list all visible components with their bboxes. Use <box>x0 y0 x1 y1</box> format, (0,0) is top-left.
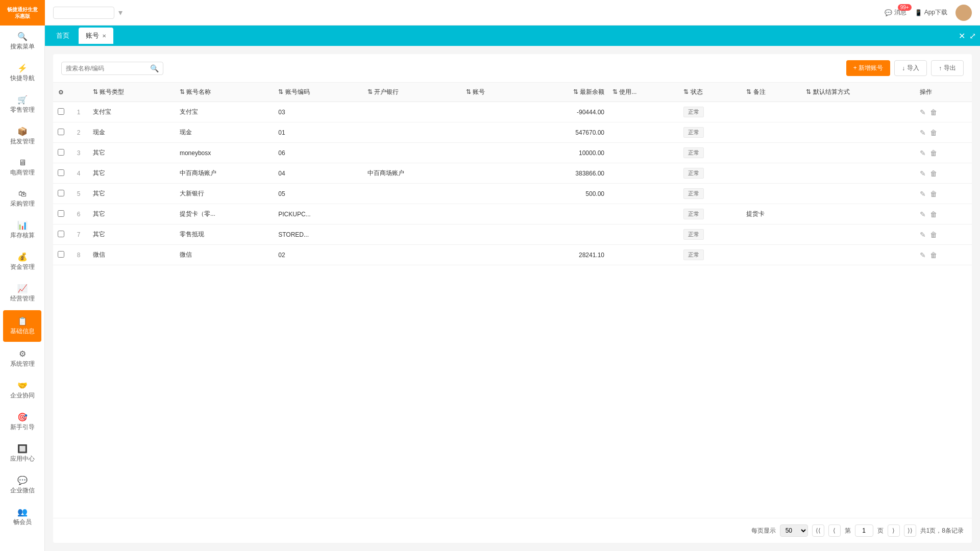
row-balance: 383866.00 <box>522 163 608 184</box>
inventory-icon: 📊 <box>3 220 42 230</box>
table-row: 5 其它 大新银行 05 500.00 正常 ✎ 🗑 <box>53 184 972 204</box>
row-checkbox[interactable] <box>53 224 68 245</box>
sidebar-item-ecommerce[interactable]: 🖥 电商管理 <box>0 152 44 183</box>
sidebar-item-app-center[interactable]: 🔲 应用中心 <box>0 438 44 469</box>
page-number-input[interactable] <box>855 524 873 537</box>
col-balance-header[interactable]: ⇅ 最新余额 <box>522 83 608 102</box>
sidebar-item-new-guide[interactable]: 🎯 新手引导 <box>0 406 44 438</box>
sidebar-item-retail-manage[interactable]: 🛒 零售管理 <box>0 89 44 120</box>
sidebar-item-enterprise-collab[interactable]: 🤝 企业协同 <box>0 374 44 406</box>
col-type-header[interactable]: ⇅ 账号类型 <box>89 83 176 102</box>
business-icon: 📈 <box>3 284 42 293</box>
sidebar-item-wholesale-manage[interactable]: 📦 批发管理 <box>0 120 44 152</box>
row-bank <box>363 245 462 265</box>
row-settle <box>802 224 916 245</box>
row-checkbox[interactable] <box>53 184 68 204</box>
row-code: PICKUPC... <box>274 204 363 224</box>
col-settings[interactable]: ⚙ <box>53 83 68 102</box>
delete-icon[interactable]: 🗑 <box>930 251 937 259</box>
delete-icon[interactable]: 🗑 <box>930 210 937 218</box>
row-account <box>462 224 522 245</box>
edit-icon[interactable]: ✎ <box>920 231 926 239</box>
edit-icon[interactable]: ✎ <box>920 169 926 178</box>
col-bank-header[interactable]: ⇅ 开户银行 <box>363 83 462 102</box>
user-avatar[interactable] <box>955 5 972 21</box>
edit-icon[interactable]: ✎ <box>920 129 926 137</box>
first-page-button[interactable]: ⟨⟨ <box>812 524 824 537</box>
basic-info-icon: 📋 <box>6 316 39 326</box>
dropdown-icon[interactable]: ▾ <box>118 8 122 17</box>
col-status-header[interactable]: ⇅ 状态 <box>679 83 742 102</box>
total-label: 共1页，8条记录 <box>920 527 964 535</box>
edit-icon[interactable]: ✎ <box>920 190 926 198</box>
row-balance <box>522 204 608 224</box>
sidebar-item-enterprise-wechat[interactable]: 💬 企业微信 <box>0 469 44 501</box>
table-toolbar: 🔍 + 新增账号 ↓ 导入 ↑ 导出 <box>53 54 972 83</box>
page-size-select[interactable]: 50 20 100 <box>780 524 808 537</box>
export-label: 导出 <box>944 64 956 72</box>
col-settle-header[interactable]: ⇅ 默认结算方式 <box>802 83 916 102</box>
sidebar-item-inventory[interactable]: 📊 库存核算 <box>0 214 44 246</box>
row-action: ✎ 🗑 <box>916 224 972 245</box>
table-row: 6 其它 提货卡（零... PICKUPC... 正常 提货卡 ✎ 🗑 <box>53 204 972 224</box>
row-checkbox[interactable] <box>53 245 68 265</box>
sidebar-item-business[interactable]: 📈 经营管理 <box>0 278 44 309</box>
col-remark-header[interactable]: ⇅ 备注 <box>742 83 802 102</box>
delete-icon[interactable]: 🗑 <box>930 129 937 137</box>
row-checkbox[interactable] <box>53 122 68 143</box>
table-row: 7 其它 零售抵现 STORED... 正常 ✎ 🗑 <box>53 224 972 245</box>
topbar-left: ▾ <box>53 7 122 19</box>
sidebar-item-quick-nav[interactable]: ⚡ 快捷导航 <box>0 57 44 89</box>
tab-close-all-icon[interactable]: ✕ <box>959 31 965 41</box>
edit-icon[interactable]: ✎ <box>920 149 926 157</box>
tab-account-close[interactable]: ✕ <box>102 33 106 39</box>
delete-icon[interactable]: 🗑 <box>930 169 937 178</box>
col-code-header[interactable]: ⇅ 账号编码 <box>274 83 363 102</box>
row-status: 正常 <box>679 204 742 224</box>
tab-home[interactable]: 首页 <box>49 28 77 44</box>
message-badge: 99+ <box>898 4 912 11</box>
add-account-button[interactable]: + 新增账号 <box>846 60 890 76</box>
row-status: 正常 <box>679 122 742 143</box>
topbar-right: 💬 消息 99+ 📱 App下载 <box>885 5 972 21</box>
sidebar-item-basic-info[interactable]: 📋 基础信息 <box>3 310 41 342</box>
top-search-input[interactable] <box>53 7 114 19</box>
edit-icon[interactable]: ✎ <box>920 251 926 259</box>
delete-icon[interactable]: 🗑 <box>930 231 937 239</box>
row-checkbox[interactable] <box>53 204 68 224</box>
search-input[interactable] <box>66 65 150 72</box>
export-button[interactable]: ↑ 导出 <box>931 60 964 76</box>
wechat-icon: 💬 <box>3 475 42 485</box>
sidebar-item-finance[interactable]: 💰 资金管理 <box>0 246 44 278</box>
row-type: 现金 <box>89 122 176 143</box>
row-checkbox[interactable] <box>53 143 68 163</box>
delete-icon[interactable]: 🗑 <box>930 190 937 198</box>
search-wrap: 🔍 <box>61 62 163 75</box>
row-checkbox[interactable] <box>53 102 68 122</box>
col-name-header[interactable]: ⇅ 账号名称 <box>176 83 274 102</box>
message-button[interactable]: 💬 消息 99+ <box>885 8 906 17</box>
tab-account[interactable]: 账号 ✕ <box>79 28 113 44</box>
table-wrap: ⚙ ⇅ 账号类型 ⇅ 账号名称 ⇅ <box>53 83 972 518</box>
col-use-header[interactable]: ⇅ 使用... <box>608 83 679 102</box>
col-account-header[interactable]: ⇅ 账号 <box>462 83 522 102</box>
edit-icon[interactable]: ✎ <box>920 210 926 218</box>
row-code: STORED... <box>274 224 363 245</box>
last-page-button[interactable]: ⟩⟩ <box>904 524 916 537</box>
sidebar-item-system[interactable]: ⚙ 系统管理 <box>0 343 44 374</box>
guide-icon: 🎯 <box>3 412 42 422</box>
edit-icon[interactable]: ✎ <box>920 108 926 116</box>
app-download-button[interactable]: 📱 App下载 <box>915 8 947 17</box>
prev-page-button[interactable]: ⟨ <box>828 524 841 537</box>
sidebar-item-purchase[interactable]: 🛍 采购管理 <box>0 183 44 214</box>
sidebar-item-member[interactable]: 👥 畅会员 <box>0 501 44 533</box>
tab-expand-icon[interactable]: ⤢ <box>969 31 976 41</box>
import-button[interactable]: ↓ 导入 <box>894 60 927 76</box>
row-type: 其它 <box>89 163 176 184</box>
next-page-button[interactable]: ⟩ <box>888 524 900 537</box>
sidebar-item-search-menu[interactable]: 🔍 搜索菜单 <box>0 26 44 57</box>
row-checkbox[interactable] <box>53 163 68 184</box>
delete-icon[interactable]: 🗑 <box>930 108 937 116</box>
delete-icon[interactable]: 🗑 <box>930 149 937 157</box>
ecommerce-icon: 🖥 <box>3 158 42 167</box>
